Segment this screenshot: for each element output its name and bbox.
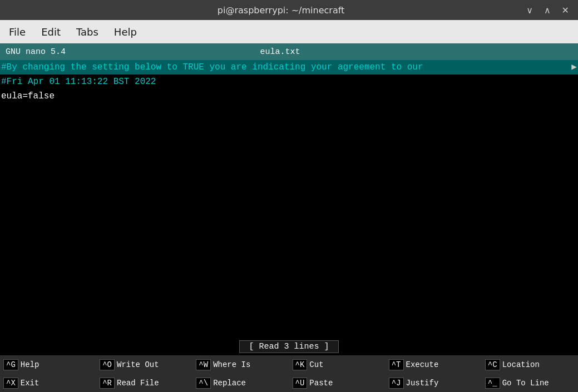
close-button[interactable]: ✕ [559,4,572,17]
shortcut-key-where: ^W [196,359,211,370]
shortcut-label-cut: Cut [309,360,323,369]
shortcut-key-exit: ^X [3,378,18,389]
shortcut-help[interactable]: ^G Help [0,355,96,374]
shortcut-key-paste: ^U [293,378,308,389]
shortcut-label-replace: Replace [213,379,246,388]
editor-empty-line [0,190,578,205]
shortcut-key-replace: ^\ [196,378,211,389]
menu-edit[interactable]: Edit [39,25,63,39]
shortcut-key-location: ^C [485,359,500,370]
shortcut-label-where: Where Is [213,360,250,369]
maximize-button[interactable]: ∧ [541,4,554,17]
editor-empty-line [0,320,578,335]
shortcut-label-read: Read File [117,379,159,388]
shortcut-read-file[interactable]: ^R Read File [96,374,192,392]
nano-version: GNU nano 5.4 [6,47,66,57]
shortcut-row-2: ^X Exit ^R Read File ^\ Replace ^U Paste… [0,374,578,392]
editor-line: eula=false [0,89,578,103]
menu-file[interactable]: File [7,25,28,39]
shortcut-key-help: ^G [3,359,18,370]
shortcut-justify[interactable]: ^J Justify [386,374,482,392]
shortcut-label-exit: Exit [21,379,39,388]
shortcut-label-write: Write Out [117,360,159,369]
shortcut-key-justify: ^J [389,378,404,389]
menu-tabs[interactable]: Tabs [74,25,101,39]
line-text: #By changing the setting below to TRUE y… [1,62,423,72]
shortcut-label-execute: Execute [406,360,439,369]
shortcut-key-write: ^O [100,359,115,370]
shortcut-key-read: ^R [100,378,115,389]
menu-help[interactable]: Help [112,25,139,39]
title-bar: pi@raspberrypi: ~/minecraft ∨ ∧ ✕ [0,0,578,20]
nano-editor: GNU nano 5.4 eula.txt #By changing the s… [0,43,578,392]
shortcut-where-is[interactable]: ^W Where Is [192,355,289,374]
editor-empty-line [0,335,578,338]
shortcut-row-1: ^G Help ^O Write Out ^W Where Is ^K Cut … [0,355,578,374]
editor-line: #Fri Apr 01 11:13:22 BST 2022 [0,75,578,89]
nano-header: GNU nano 5.4 eula.txt [0,43,578,60]
shortcut-bar: ^G Help ^O Write Out ^W Where Is ^K Cut … [0,355,578,392]
status-bar: [ Read 3 lines ] [0,338,578,355]
shortcut-exit[interactable]: ^X Exit [0,374,96,392]
shortcut-key-execute: ^T [389,359,404,370]
window-controls: ∨ ∧ ✕ [523,4,572,17]
editor-content[interactable]: #By changing the setting below to TRUE y… [0,60,578,338]
editor-empty-line [0,205,578,219]
editor-empty-line [0,118,578,132]
shortcut-goto-line[interactable]: ^_ Go To Line [482,374,578,392]
shortcut-label-location: Location [502,360,540,369]
line-text: #Fri Apr 01 11:13:22 BST 2022 [1,77,156,87]
nano-filename: eula.txt [260,47,300,57]
editor-empty-line [0,291,578,306]
shortcut-location[interactable]: ^C Location [482,355,578,374]
editor-empty-line [0,176,578,190]
shortcut-write-out[interactable]: ^O Write Out [96,355,192,374]
shortcut-label-justify: Justify [406,379,439,388]
editor-empty-line [0,161,578,176]
editor-empty-line [0,147,578,161]
shortcut-label-help: Help [21,360,39,369]
shortcut-label-paste: Paste [309,379,333,388]
editor-empty-line [0,248,578,262]
shortcut-replace[interactable]: ^\ Replace [192,374,289,392]
shortcut-label-goto: Go To Line [502,379,549,388]
shortcut-paste[interactable]: ^U Paste [289,374,386,392]
editor-empty-line [0,132,578,147]
status-message: [ Read 3 lines ] [239,340,338,353]
editor-empty-line [0,306,578,320]
editor-line: #By changing the setting below to TRUE y… [0,60,578,75]
editor-empty-line [0,234,578,248]
line-text: eula=false [1,91,55,101]
shortcut-execute[interactable]: ^T Execute [386,355,482,374]
shortcut-key-cut: ^K [293,359,308,370]
minimize-button[interactable]: ∨ [523,4,536,17]
editor-empty-line [0,103,578,118]
window-title: pi@raspberrypi: ~/minecraft [39,5,523,16]
shortcut-cut[interactable]: ^K Cut [289,355,386,374]
editor-empty-line [0,219,578,234]
editor-empty-line [0,277,578,291]
menu-bar: File Edit Tabs Help [0,20,578,43]
editor-empty-line [0,262,578,277]
shortcut-key-goto: ^_ [485,378,500,389]
